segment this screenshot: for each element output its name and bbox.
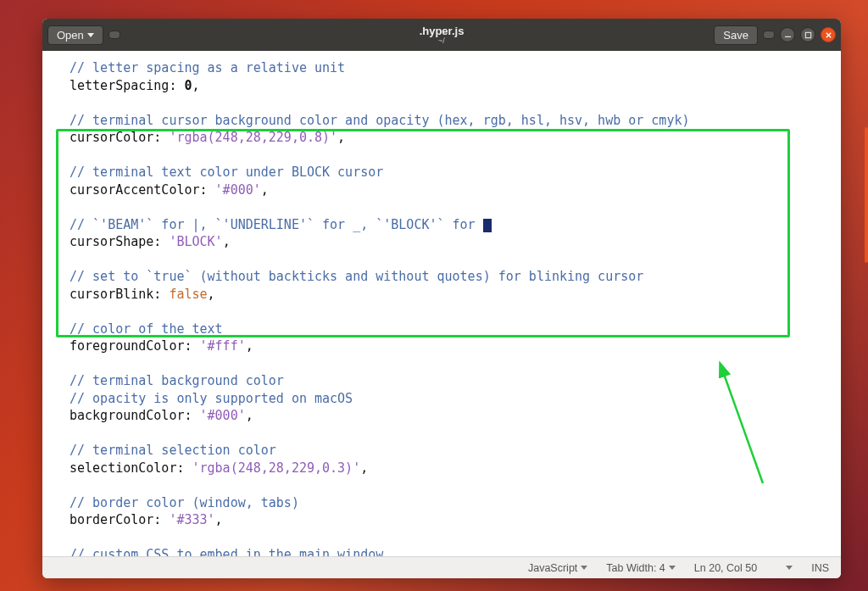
maximize-button[interactable] xyxy=(800,27,815,42)
prop: borderColor xyxy=(70,512,153,527)
titlebar: Open .hyper.js ~/ Save xyxy=(42,19,841,51)
comment: // terminal text color under BLOCK curso… xyxy=(70,164,383,180)
comment: // letter spacing as a relative unit xyxy=(70,60,345,75)
value: '#000' xyxy=(215,182,261,198)
value: 'rgba(248,28,229,0.8)' xyxy=(169,130,337,145)
chevron-down-icon xyxy=(669,566,676,570)
statusbar-insert-mode[interactable]: INS xyxy=(811,562,829,574)
statusbar-language[interactable]: JavaScript xyxy=(528,562,587,574)
comment: // border color (window, tabs) xyxy=(70,495,299,510)
maximize-icon xyxy=(804,31,812,39)
value: 0 xyxy=(184,78,192,93)
hamburger-menu-button[interactable] xyxy=(763,31,775,39)
desktop-scroll-indicator xyxy=(865,127,868,263)
prop: foregroundColor xyxy=(70,338,184,354)
prop: cursorAccentColor xyxy=(70,182,200,198)
minimize-button[interactable] xyxy=(780,27,795,42)
chevron-down-icon xyxy=(581,566,587,570)
chevron-down-icon xyxy=(87,33,94,37)
close-icon xyxy=(825,31,832,39)
comment: // terminal background color xyxy=(70,373,284,388)
comment: // set to `true` (without backticks and … xyxy=(70,269,643,284)
value: '#000' xyxy=(200,408,246,423)
value: 'rgba(248,28,229,0.3)' xyxy=(192,460,361,476)
comment: // terminal cursor background color and … xyxy=(70,113,690,128)
value: 'BLOCK' xyxy=(169,234,222,249)
comment: // custom CSS to embed in the main windo… xyxy=(70,547,383,556)
statusbar-tab-width[interactable]: Tab Width: 4 xyxy=(606,562,675,574)
open-button-label: Open xyxy=(57,29,84,42)
save-button-label: Save xyxy=(723,29,748,42)
statusbar-insert-mode-label: INS xyxy=(811,562,829,574)
comment: // opacity is only supported on macOS xyxy=(70,391,353,406)
block-cursor-glyph xyxy=(483,219,492,232)
gedit-window: Open .hyper.js ~/ Save xyxy=(42,19,841,578)
prop: letterSpacing xyxy=(70,78,169,93)
prop: cursorShape xyxy=(70,234,153,249)
prop: cursorColor xyxy=(70,130,153,145)
value: '#fff' xyxy=(200,338,246,354)
open-button[interactable]: Open xyxy=(47,25,103,45)
statusbar-cursor-position-label: Ln 20, Col 50 xyxy=(694,562,757,574)
value: '#333' xyxy=(169,512,214,527)
statusbar-language-label: JavaScript xyxy=(528,562,577,574)
comment: // terminal selection color xyxy=(70,443,276,458)
comment: // `'BEAM'` for |, `'UNDERLINE'` for _, … xyxy=(70,217,483,232)
statusbar: JavaScript Tab Width: 4 Ln 20, Col 50 IN… xyxy=(42,556,841,578)
close-button[interactable] xyxy=(821,27,836,42)
value: false xyxy=(169,287,207,302)
new-tab-button[interactable] xyxy=(108,31,120,39)
statusbar-cursor-position[interactable]: Ln 20, Col 50 xyxy=(694,562,793,574)
minimize-icon xyxy=(784,31,792,39)
statusbar-tab-width-label: Tab Width: 4 xyxy=(606,562,665,574)
save-button[interactable]: Save xyxy=(714,25,758,45)
prop: backgroundColor xyxy=(70,408,184,423)
code-content[interactable]: // letter spacing as a relative unit let… xyxy=(42,51,841,556)
prop: cursorBlink xyxy=(70,287,153,302)
editor-area[interactable]: // letter spacing as a relative unit let… xyxy=(42,51,841,556)
svg-rect-2 xyxy=(805,32,810,37)
prop: selectionColor xyxy=(70,460,176,476)
comment: // color of the text xyxy=(70,321,223,337)
chevron-down-icon xyxy=(786,566,793,570)
